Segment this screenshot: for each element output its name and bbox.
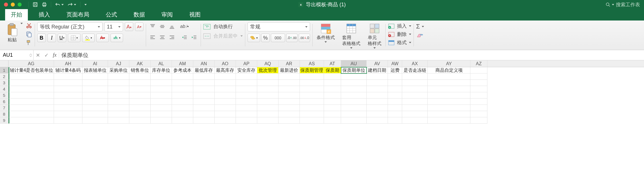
cell-AR8[interactable] (279, 111, 300, 117)
cell-AL3[interactable] (151, 80, 172, 86)
cell-AO8[interactable] (215, 111, 236, 117)
cell-AM3[interactable] (172, 80, 193, 86)
cell-AK5[interactable] (129, 92, 151, 99)
cell-AV9[interactable] (367, 117, 388, 124)
cell-AY5[interactable] (428, 92, 470, 99)
cell-AX8[interactable] (402, 111, 428, 117)
cell-AJ2[interactable] (108, 73, 129, 80)
cell-AJ4[interactable] (108, 86, 129, 92)
cell-AI6[interactable] (82, 99, 108, 105)
select-all-corner[interactable] (0, 60, 9, 67)
cell-AV4[interactable] (367, 86, 388, 92)
cell-AZ5[interactable] (470, 92, 487, 99)
cell-AZ1[interactable] (470, 67, 487, 73)
cell-AK9[interactable] (129, 117, 151, 124)
cell-AR3[interactable] (279, 80, 300, 86)
cell-AJ5[interactable] (108, 92, 129, 99)
cell-AP6[interactable] (236, 99, 257, 105)
cell-AH2[interactable] (54, 73, 82, 80)
cell-AL7[interactable] (151, 105, 172, 111)
cell-AM1[interactable]: 参考成本 (172, 67, 193, 73)
cell-AO9[interactable] (215, 117, 236, 124)
cell-AW2[interactable] (388, 73, 402, 80)
cell-AO7[interactable] (215, 105, 236, 111)
orientation-button[interactable]: ab▾ (180, 22, 189, 31)
italic-button[interactable]: I (47, 34, 56, 42)
cell-AY6[interactable] (428, 99, 470, 105)
cell-AN5[interactable] (193, 92, 215, 99)
font-size-combo[interactable]: 11 (104, 22, 123, 31)
cell-AO2[interactable] (215, 73, 236, 80)
cell-AM5[interactable] (172, 92, 193, 99)
col-header-AH[interactable]: AH (54, 60, 82, 67)
fullscreen-window-button[interactable] (18, 3, 22, 7)
format-as-table-button[interactable]: 套用 表格格式 (340, 22, 362, 49)
autosum-button[interactable]: Σ (416, 23, 424, 30)
cell-AP2[interactable] (236, 73, 257, 80)
cell-AZ8[interactable] (470, 111, 487, 117)
col-header-AM[interactable]: AM (172, 60, 193, 67)
wrap-text-button[interactable]: 自动换行 (203, 23, 243, 30)
cell-AG6[interactable] (9, 99, 54, 105)
cut-icon[interactable] (26, 22, 32, 29)
row-header-2[interactable]: 2 (0, 73, 9, 80)
col-header-AS[interactable]: AS (300, 60, 324, 67)
cell-AI8[interactable] (82, 111, 108, 117)
bottom-align-button[interactable] (168, 22, 176, 31)
cell-AY2[interactable] (428, 73, 470, 80)
cell-AZ2[interactable] (470, 73, 487, 80)
cell-AH5[interactable] (54, 92, 82, 99)
col-header-AU[interactable]: AU (341, 60, 367, 67)
tab-formulas[interactable]: 公式 (100, 9, 123, 21)
cell-AI1[interactable]: 报表辅单位 (82, 67, 108, 73)
qat-customize-icon[interactable] (84, 4, 87, 5)
col-header-AX[interactable]: AX (402, 60, 428, 67)
cell-AL1[interactable]: 库存单位 (151, 67, 172, 73)
cell-AU1[interactable]: 保质期单位 (341, 67, 367, 73)
fill-color-button[interactable]: ▾ (82, 34, 95, 42)
cell-AG7[interactable] (9, 105, 54, 111)
cell-AY4[interactable] (428, 86, 470, 92)
cell-AG4[interactable] (9, 86, 54, 92)
minimize-window-button[interactable] (11, 3, 15, 7)
cell-AG3[interactable] (9, 80, 54, 86)
confirm-formula-icon[interactable]: ✓ (42, 50, 51, 60)
cell-AH3[interactable] (54, 80, 82, 86)
cell-AS9[interactable] (300, 117, 324, 124)
cell-AJ9[interactable] (108, 117, 129, 124)
cell-AI5[interactable] (82, 92, 108, 99)
redo-icon[interactable] (68, 3, 76, 7)
decrease-decimal-button[interactable]: .00.0 (299, 34, 310, 42)
cell-AL4[interactable] (151, 86, 172, 92)
copy-icon[interactable] (26, 31, 32, 38)
cell-AN8[interactable] (193, 111, 215, 117)
cell-AH6[interactable] (54, 99, 82, 105)
cell-AX1[interactable]: 是否走冻链 (402, 67, 428, 73)
cell-AK6[interactable] (129, 99, 151, 105)
cell-AS2[interactable] (300, 73, 324, 80)
cell-AM6[interactable] (172, 99, 193, 105)
cell-AV6[interactable] (367, 99, 388, 105)
cell-AH1[interactable]: 辅计量4条码 (54, 67, 82, 73)
cell-AX5[interactable] (402, 92, 428, 99)
cell-AJ6[interactable] (108, 99, 129, 105)
cell-AU7[interactable] (341, 105, 367, 111)
cell-AN1[interactable]: 最低库存 (193, 67, 215, 73)
cell-AT5[interactable] (324, 92, 341, 99)
insert-cells-button[interactable]: + 插入 (388, 23, 411, 29)
col-header-AV[interactable]: AV (367, 60, 388, 67)
cell-AM4[interactable] (172, 86, 193, 92)
cell-AV1[interactable]: 建档日期 (367, 67, 388, 73)
cell-AW4[interactable] (388, 86, 402, 92)
col-header-AR[interactable]: AR (279, 60, 300, 67)
cell-AQ5[interactable] (257, 92, 279, 99)
cell-AI9[interactable] (82, 117, 108, 124)
cell-AT7[interactable] (324, 105, 341, 111)
cell-AP3[interactable] (236, 80, 257, 86)
cell-AO1[interactable]: 最高库存 (215, 67, 236, 73)
cell-AT4[interactable] (324, 86, 341, 92)
cell-AM7[interactable] (172, 105, 193, 111)
bold-button[interactable]: B (37, 34, 46, 42)
col-header-AK[interactable]: AK (129, 60, 151, 67)
cell-AN7[interactable] (193, 105, 215, 111)
